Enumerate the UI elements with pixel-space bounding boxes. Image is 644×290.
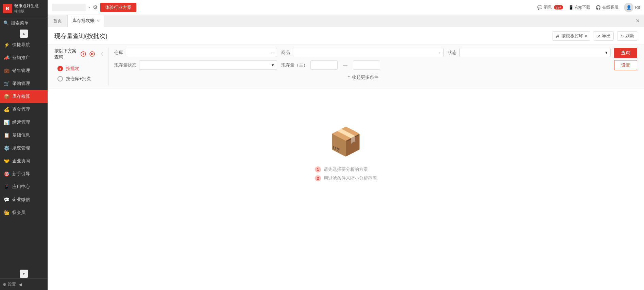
- sidebar-item-label: 采购管理: [12, 80, 30, 87]
- sidebar-header: B 畅康通好生意 标准版: [0, 0, 48, 17]
- user-area[interactable]: 👤 Rit: [624, 3, 640, 12]
- warehouse-label: 仓库: [114, 50, 123, 56]
- operations-icon: 📊: [3, 119, 10, 125]
- warehouse-input[interactable]: ···: [126, 48, 277, 57]
- status-label: 状态: [448, 50, 457, 56]
- sidebar-item-purchase[interactable]: 🛒 采购管理: [0, 77, 48, 90]
- stock-qty-dash: —: [340, 62, 350, 68]
- sidebar-item-apps[interactable]: 📱 应用中心: [0, 180, 48, 193]
- scheme-warehouse-batch-option[interactable]: 按仓库+批次: [54, 74, 104, 84]
- sidebar-item-label: 畅会员: [12, 210, 26, 216]
- sidebar-scroll-down[interactable]: ▼: [20, 270, 28, 278]
- stock-qty-filter-group: 现存量（主） —: [281, 60, 444, 70]
- sidebar-item-label: 快捷导航: [12, 42, 30, 48]
- sidebar-item-label: 销售管理: [12, 68, 30, 74]
- tab-home-label: 首页: [53, 18, 62, 24]
- stock-qty-min-input[interactable]: [310, 60, 338, 70]
- sidebar-item-label: 企业协同: [12, 158, 30, 164]
- sidebar-item-operations[interactable]: 📊 经营管理: [0, 116, 48, 129]
- filter-settings-btn[interactable]: 设置: [614, 60, 637, 70]
- page-title: 现存量查询(按批次): [54, 32, 107, 40]
- tab-inventory-batch[interactable]: 库存批次账 ×: [68, 15, 104, 27]
- status-chevron-icon: ▾: [605, 50, 608, 55]
- filter-fields: 仓库 ··· 商品: [114, 48, 611, 85]
- topbar-gear-icon[interactable]: ⚙: [93, 4, 98, 11]
- product-filter-group: 商品 ···: [281, 48, 444, 57]
- status-select[interactable]: ▾: [459, 48, 611, 57]
- sidebar-item-basic[interactable]: 📋 基础信息: [0, 129, 48, 142]
- apps-icon: 📱: [3, 184, 10, 190]
- tabbar: 首页 库存批次账 × ✕: [48, 15, 644, 27]
- finance-icon: 💰: [3, 106, 10, 112]
- sidebar-item-enterprise[interactable]: 🤝 企业协同: [0, 155, 48, 167]
- filter-settings-btn[interactable]: [89, 51, 96, 57]
- filter-scheme-icons: 《: [80, 51, 104, 57]
- stock-status-select[interactable]: ▾: [139, 60, 277, 70]
- stock-status-filter-group: 现存量状态 ▾: [114, 60, 277, 70]
- warehouse-text-input[interactable]: [126, 48, 269, 57]
- product-input[interactable]: ···: [293, 48, 444, 57]
- tab-close-icon[interactable]: ×: [97, 18, 99, 23]
- newbie-icon: 🎯: [3, 171, 10, 177]
- user-avatar: 👤: [624, 3, 633, 12]
- stock-status-chevron-icon: ▾: [272, 62, 274, 68]
- collapse-arrow-icon: ⌃: [347, 75, 351, 80]
- sidebar-item-finance[interactable]: 💰 资金管理: [0, 103, 48, 116]
- export-btn[interactable]: ↗ 导出: [594, 31, 614, 41]
- sidebar-item-inventory[interactable]: 📦 库存核算: [0, 90, 48, 103]
- product-text-input[interactable]: [293, 48, 436, 57]
- enterprise-icon: 🤝: [3, 158, 10, 164]
- print-btn[interactable]: 🖨 按模板打印 ▾: [553, 31, 590, 41]
- query-btn[interactable]: 查询: [614, 48, 637, 58]
- sidebar-item-system[interactable]: ⚙️ 系统管理: [0, 142, 48, 155]
- topbar-dropdown-icon[interactable]: ▾: [88, 5, 90, 9]
- print-icon: 🖨: [556, 34, 560, 39]
- sidebar-scroll-up[interactable]: ▲: [20, 30, 28, 38]
- member-icon: 👑: [3, 210, 10, 216]
- filter-add-btn[interactable]: [80, 51, 87, 57]
- sidebar-item-wechat[interactable]: 💬 企业微信: [0, 193, 48, 206]
- app-download-item[interactable]: 📱 App下载: [569, 4, 590, 10]
- messages-item[interactable]: 💬 消息 99+: [537, 4, 563, 10]
- trial-btn[interactable]: 体验行业方案: [100, 3, 136, 12]
- marketing-icon: 📣: [3, 55, 10, 61]
- sidebar-item-newbie[interactable]: 🎯 新手引导: [0, 167, 48, 180]
- tab-home[interactable]: 首页: [48, 15, 68, 27]
- panel-close-icon: ✕: [635, 18, 640, 24]
- collapse-more-btn[interactable]: ⌃ 收起更多条件: [344, 73, 381, 82]
- topbar: ▾ ⚙ 体验行业方案 💬 消息 99+ 📱 App下载 🎧 在线客服: [48, 0, 644, 15]
- sidebar-item-quick-nav[interactable]: ⚡ 快捷导航: [0, 38, 48, 51]
- sidebar-item-sales[interactable]: 💼 销售管理: [0, 64, 48, 77]
- sidebar-item-marketing[interactable]: 📣 营销推广: [0, 51, 48, 64]
- stock-qty-max-input[interactable]: [353, 60, 380, 70]
- sidebar-settings-btn[interactable]: ⚙ 设置: [3, 282, 16, 287]
- empty-hints: 1 请先选择要分析的方案 2 用过滤条件来缩小分析范围: [315, 166, 377, 181]
- sales-icon: 💼: [3, 68, 10, 74]
- sidebar-item-member[interactable]: 👑 畅会员: [0, 206, 48, 219]
- sidebar-search[interactable]: 🔍 搜索菜单: [0, 17, 48, 29]
- filter-collapse-btn[interactable]: 《: [98, 51, 104, 57]
- app-title: 畅康通好生意 标准版: [14, 3, 39, 14]
- scheme-batch-option[interactable]: ● 按批次: [54, 64, 104, 74]
- search-icon: 🔍: [3, 20, 9, 25]
- messages-badge: 99+: [554, 5, 563, 10]
- stock-status-label: 现存量状态: [114, 62, 136, 68]
- online-service-item[interactable]: 🎧 在线客服: [596, 4, 618, 10]
- topbar-left: ▾ ⚙ 体验行业方案: [52, 3, 535, 12]
- refresh-icon: ↻: [620, 34, 624, 39]
- filter-right-panel: 仓库 ··· 商品: [114, 48, 637, 85]
- basic-icon: 📋: [3, 132, 10, 138]
- scheme-batch-icon: ●: [57, 66, 63, 72]
- topbar-search-input[interactable]: [52, 4, 86, 11]
- hint-item-1: 1 请先选择要分析的方案: [315, 166, 377, 173]
- headset-icon: 🎧: [596, 5, 601, 10]
- product-label: 商品: [281, 50, 290, 56]
- warehouse-dots-icon[interactable]: ···: [269, 50, 277, 55]
- tab-panel-close[interactable]: ✕: [635, 18, 644, 24]
- sidebar-collapse-btn[interactable]: ◀: [19, 282, 22, 287]
- warehouse-filter-group: 仓库 ···: [114, 48, 277, 57]
- product-dots-icon[interactable]: ···: [436, 50, 444, 55]
- refresh-btn[interactable]: ↻ 刷新: [617, 31, 637, 41]
- filter-left-panel: 按以下方案查询: [54, 48, 109, 85]
- sidebar-item-label: 基础信息: [12, 132, 30, 138]
